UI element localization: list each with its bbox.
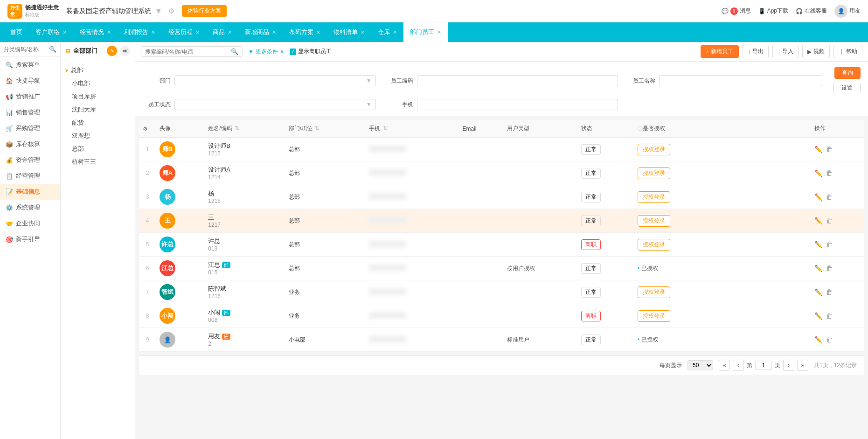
dept-header-general[interactable]: ▼ 总部 [61, 64, 135, 77]
export-btn[interactable]: ↑ 导出 [743, 45, 769, 58]
employee-search-input[interactable] [145, 49, 229, 55]
edit-icon[interactable]: ✏️ [814, 288, 822, 296]
nav-goods[interactable]: 商品 ✕ [206, 22, 238, 42]
nav-profit[interactable]: 利润报告 ✕ [118, 22, 162, 42]
nav-customer[interactable]: 客户联络 ✕ [29, 22, 73, 42]
delete-icon[interactable]: 🗑 [826, 146, 833, 153]
dept-child-xiaodibu[interactable]: 小电部 [61, 77, 135, 90]
nav-history[interactable]: 经营历程 ✕ [162, 22, 206, 42]
user-btn[interactable]: 👤 用友 [834, 5, 861, 18]
auth-btn[interactable]: 授权登录 [638, 191, 670, 203]
nav-close-icon[interactable]: ✕ [107, 29, 111, 35]
nav-operation[interactable]: 经营情况 ✕ [73, 22, 118, 42]
sidebar-item-marketing[interactable]: 📢 营销推广 [0, 89, 60, 105]
last-page-btn[interactable]: » [797, 360, 808, 371]
nav-close-icon[interactable]: ✕ [272, 29, 276, 35]
edit-icon[interactable]: ✏️ [814, 217, 822, 224]
set-btn[interactable]: 设置 [833, 82, 861, 94]
more-filters-btn[interactable]: ▼ 更多条件 ∧ [248, 48, 284, 56]
auth-btn[interactable]: 授权登录 [638, 167, 670, 179]
view-btn[interactable]: ▶ 视频 [802, 45, 830, 58]
prev-page-btn[interactable]: ‹ [733, 360, 744, 371]
nav-close-icon[interactable]: ✕ [62, 29, 67, 35]
first-page-btn[interactable]: « [719, 360, 730, 371]
sidebar-item-search[interactable]: 🔍 搜索菜单 [0, 57, 60, 73]
nav-warehouse[interactable]: 仓库 ✕ [371, 22, 403, 42]
delete-icon[interactable]: 🗑 [826, 193, 833, 201]
sidebar-item-operation[interactable]: 📋 经营管理 [0, 168, 60, 184]
nav-close-icon[interactable]: ✕ [228, 29, 232, 35]
sidebar-item-sales[interactable]: 📊 销售管理 [0, 105, 60, 120]
experience-btn[interactable]: 体验行业方案 [182, 5, 227, 17]
nav-close-icon[interactable]: ✕ [195, 29, 200, 35]
dept-child-peihu[interactable]: 配货 [61, 116, 135, 129]
col-settings[interactable]: ⚙ [139, 120, 156, 138]
sidebar-item-finance[interactable]: 💰 资金管理 [0, 152, 60, 168]
delete-icon[interactable]: 🗑 [826, 265, 833, 272]
auth-btn[interactable]: 授权登录 [638, 239, 670, 251]
edit-icon[interactable]: ✏️ [814, 336, 822, 343]
nav-bom[interactable]: 物料清单 ✕ [327, 22, 371, 42]
sidebar-item-guide[interactable]: 🎯 新手引导 [0, 231, 60, 247]
delete-icon[interactable]: 🗑 [826, 241, 833, 248]
import-btn[interactable]: ↓ 导入 [772, 45, 799, 58]
sidebar-search-input[interactable] [4, 46, 49, 53]
delete-icon[interactable]: 🗑 [826, 288, 833, 296]
dept-add-btn[interactable]: ✎ [107, 46, 117, 56]
edit-icon[interactable]: ✏️ [814, 241, 822, 248]
online-service-btn[interactable]: 🎧 在线客服 [796, 7, 827, 15]
dept-child-zhishu[interactable]: 植树王三 [61, 155, 135, 168]
edit-icon[interactable]: ✏️ [814, 169, 822, 177]
message-btn[interactable]: 💬 6 消息 [722, 7, 751, 15]
sidebar-item-quicknav[interactable]: 🏠 快捷导航 [0, 73, 60, 89]
nav-employee[interactable]: 部门员工 ✕ [403, 22, 448, 42]
delete-icon[interactable]: 🗑 [826, 217, 833, 224]
dept-child-shuanglu[interactable]: 双鹿想 [61, 129, 135, 142]
nav-home[interactable]: 首页 [4, 22, 29, 42]
dept-child-zongbu[interactable]: 总部 [61, 142, 135, 155]
nav-close-icon[interactable]: ✕ [361, 29, 365, 35]
next-page-btn[interactable]: › [783, 360, 794, 371]
nav-barcode[interactable]: 条码方案 ✕ [283, 22, 327, 42]
dropdown-arrow-icon[interactable]: ▼ [155, 7, 162, 15]
edit-icon[interactable]: ✏️ [814, 265, 822, 272]
nav-close-icon[interactable]: ✕ [393, 29, 397, 35]
settings-icon[interactable]: ⚙ [168, 7, 174, 15]
nav-close-icon[interactable]: ✕ [316, 29, 320, 35]
sidebar-item-collab[interactable]: 🤝 企业协同 [0, 216, 60, 231]
edit-icon[interactable]: ✏️ [814, 193, 822, 201]
sidebar-item-purchase[interactable]: 🛒 采购管理 [0, 120, 60, 136]
per-page-select[interactable]: 50 100 [687, 360, 713, 370]
status-filter-select[interactable]: ▼ [174, 99, 376, 110]
dept-filter-select[interactable]: ▼ [174, 75, 376, 86]
add-employee-btn[interactable]: + 新增员工 [701, 45, 739, 58]
app-download-btn[interactable]: 📱 App下载 [758, 7, 788, 15]
edit-icon[interactable]: ✏️ [814, 146, 822, 153]
dept-collapse-btn[interactable]: ≪ [120, 46, 130, 56]
nav-close-icon[interactable]: ✕ [151, 29, 155, 35]
sidebar-item-system[interactable]: ⚙️ 系统管理 [0, 200, 60, 216]
page-number-input[interactable] [755, 361, 772, 370]
dept-child-shenyang[interactable]: 沈阳大库 [61, 103, 135, 116]
delete-icon[interactable]: 🗑 [826, 336, 833, 343]
auth-btn[interactable]: 授权登录 [638, 144, 670, 155]
auth-btn[interactable]: 授权登录 [638, 286, 670, 298]
dept-child-projroom[interactable]: 项目库房 [61, 90, 135, 103]
phone-input[interactable] [417, 99, 618, 110]
employee-code-input[interactable] [417, 75, 618, 86]
sidebar-item-inventory[interactable]: 📦 库存核算 [0, 136, 60, 152]
edit-icon[interactable]: ✏️ [814, 312, 822, 320]
col-name[interactable]: 姓名/编码 ⇅ [204, 120, 285, 138]
employee-name-input[interactable] [659, 75, 822, 86]
col-dept[interactable]: 部门/职位 ⇅ [285, 120, 365, 138]
auth-btn[interactable]: 授权登录 [638, 215, 670, 227]
query-btn[interactable]: 查询 [834, 67, 861, 79]
delete-icon[interactable]: 🗑 [826, 312, 833, 320]
auth-btn[interactable]: 授权登录 [638, 310, 670, 322]
nav-close-icon[interactable]: ✕ [437, 29, 441, 35]
sidebar-search-box[interactable]: 🔍 [0, 42, 60, 57]
help-btn[interactable]: ｜ 帮助 [833, 45, 862, 58]
delete-icon[interactable]: 🗑 [826, 169, 833, 177]
nav-add-goods[interactable]: 新增商品 ✕ [238, 22, 283, 42]
show-resigned-checkbox[interactable]: ✓ 显示离职员工 [290, 48, 332, 56]
